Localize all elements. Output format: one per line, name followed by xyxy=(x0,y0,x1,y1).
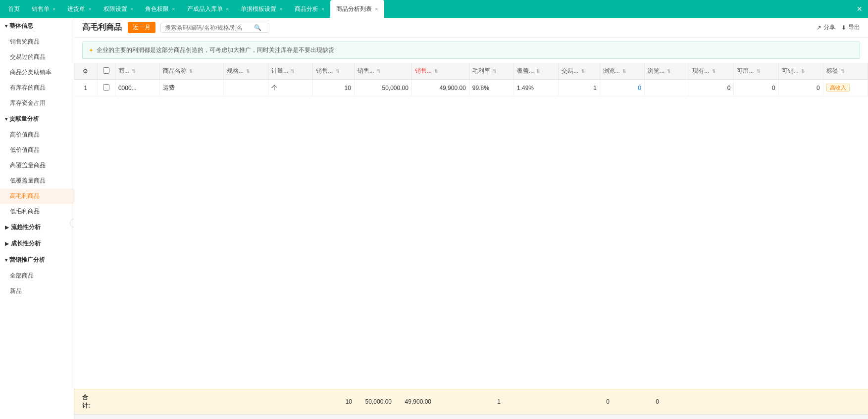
nav-purchase[interactable]: 进货单 × xyxy=(61,0,97,18)
sidebar-item-sales-goods[interactable]: 销售览商品 xyxy=(0,34,74,49)
sort-icon: ⇅ xyxy=(622,69,626,74)
sidebar-group-trend[interactable]: ▶ 流趋性分析 xyxy=(0,219,74,235)
select-all-checkbox[interactable] xyxy=(103,67,109,74)
close-icon[interactable]: × xyxy=(88,6,91,12)
cell-sales-amount: 50,000.00 xyxy=(354,80,411,96)
content-area: 高毛利商品 近一月 🔍 ↗ 分享 ⬇ 导出 ✦ 企业的主要的利润都是这部分 xyxy=(74,18,868,419)
row-checkbox[interactable] xyxy=(103,84,109,91)
share-button[interactable]: ↗ 分享 xyxy=(817,23,835,32)
col-checkbox[interactable] xyxy=(97,63,115,80)
sidebar-item-traded-goods[interactable]: 交易过的商品 xyxy=(0,49,74,65)
cell-sales-profit: 49,900.00 xyxy=(411,80,469,96)
nav-role[interactable]: 角色权限 × xyxy=(139,0,181,18)
nav-goods-analysis[interactable]: 商品分析 × xyxy=(289,0,330,18)
total-cells: 10 50,000.00 49,900.00 1 0 0 xyxy=(102,398,860,405)
nav-template[interactable]: 单据模板设置 × xyxy=(235,0,288,18)
col-gross-margin[interactable]: 毛利率 ⇅ xyxy=(469,63,513,80)
sort-icon: ⇅ xyxy=(841,69,845,74)
col-saleable[interactable]: 可销... ⇅ xyxy=(778,63,823,80)
cell-gross-margin: 99.8% xyxy=(469,80,513,96)
sidebar: 《 ▾ 整体信息 销售览商品 交易过的商品 商品分类助销率 有库存的商品 库存资… xyxy=(0,18,74,419)
nav-production[interactable]: 产成品入库单 × xyxy=(181,0,235,18)
close-icon[interactable]: × xyxy=(172,6,175,12)
search-icon[interactable]: 🔍 xyxy=(254,24,261,31)
cell-views1[interactable]: 0 xyxy=(600,80,644,96)
total-sales-amount: 50,000.00 xyxy=(355,398,395,405)
cell-saleable: 0 xyxy=(778,80,823,96)
sidebar-group-contribution[interactable]: ▾ 贡献量分析 xyxy=(0,111,74,127)
sidebar-item-new-goods[interactable]: 新品 xyxy=(0,283,74,299)
sort-icon: ⇅ xyxy=(336,69,340,74)
total-sales-qty: 10 xyxy=(315,398,355,405)
search-input[interactable] xyxy=(165,24,254,31)
col-trade[interactable]: 交易... ⇅ xyxy=(559,63,600,80)
close-icon[interactable]: × xyxy=(279,6,282,12)
col-name[interactable]: 商品名称 ⇅ xyxy=(160,63,224,80)
close-icon[interactable]: × xyxy=(52,6,55,12)
close-icon[interactable]: × xyxy=(226,6,229,12)
sidebar-item-high-coverage[interactable]: 高覆盖量商品 xyxy=(0,158,74,173)
sidebar-collapse-button[interactable]: 《 xyxy=(70,219,74,228)
views1-link[interactable]: 0 xyxy=(638,85,641,92)
col-unit[interactable]: 计量... ⇅ xyxy=(268,63,313,80)
close-icon[interactable]: × xyxy=(321,6,324,12)
col-sales-profit[interactable]: 销售... ⇅ xyxy=(411,63,469,80)
col-tag[interactable]: 标签 ⇅ xyxy=(823,63,868,80)
content-header: 高毛利商品 近一月 🔍 ↗ 分享 ⬇ 导出 xyxy=(74,18,868,38)
col-code[interactable]: 商... ⇅ xyxy=(115,63,159,80)
col-coverage[interactable]: 覆盖... ⇅ xyxy=(513,63,558,80)
export-icon: ⬇ xyxy=(841,24,846,31)
col-settings[interactable]: ⚙ xyxy=(74,63,97,80)
close-icon[interactable]: × xyxy=(375,6,378,12)
chevron-down-icon: ▾ xyxy=(5,257,7,263)
sidebar-group-growth[interactable]: ▶ 成长性分析 xyxy=(0,235,74,252)
nav-home[interactable]: 首页 xyxy=(2,0,26,18)
total-trade: 1 xyxy=(464,398,504,405)
cell-checkbox[interactable] xyxy=(97,80,115,96)
col-available[interactable]: 可用... ⇅ xyxy=(734,63,778,80)
sidebar-item-category-assist[interactable]: 商品分类助销率 xyxy=(0,65,74,80)
cell-coverage: 1.49% xyxy=(513,80,558,96)
sidebar-item-stocked-goods[interactable]: 有库存的商品 xyxy=(0,80,74,95)
close-icon[interactable]: × xyxy=(130,6,133,12)
page-title: 高毛利商品 xyxy=(82,22,122,33)
total-available: 0 xyxy=(622,398,662,405)
sort-icon: ⇅ xyxy=(132,69,136,74)
share-icon: ↗ xyxy=(817,24,821,31)
cell-index: 1 xyxy=(74,80,97,96)
col-sales-amount[interactable]: 销售... ⇅ xyxy=(354,63,411,80)
cell-trade: 1 xyxy=(559,80,600,96)
export-button[interactable]: ⬇ 导出 xyxy=(841,23,860,32)
sort-icon: ⇅ xyxy=(434,69,438,74)
sidebar-item-low-coverage[interactable]: 低覆盖量商品 xyxy=(0,173,74,188)
chevron-down-icon: ▾ xyxy=(5,23,7,29)
sort-icon: ⇅ xyxy=(536,69,540,74)
col-sales-qty[interactable]: 销售... ⇅ xyxy=(313,63,355,80)
sidebar-item-all-goods[interactable]: 全部商品 xyxy=(0,268,74,283)
nav-sales[interactable]: 销售单 × xyxy=(26,0,61,18)
sidebar-group-marketing[interactable]: ▾ 营销推广分析 xyxy=(0,252,74,268)
nav-goods-analysis-list[interactable]: 商品分析列表 × xyxy=(330,0,384,18)
sidebar-item-high-margin[interactable]: 高毛利商品 xyxy=(0,188,74,204)
tag-badge: 高收入 xyxy=(826,84,850,92)
sort-icon: ⇅ xyxy=(712,69,716,74)
sort-icon: ⇅ xyxy=(189,69,193,74)
nav-permission[interactable]: 权限设置 × xyxy=(98,0,139,18)
sidebar-item-low-value[interactable]: 低价值商品 xyxy=(0,142,74,158)
sidebar-item-low-margin[interactable]: 低毛利商品 xyxy=(0,204,74,219)
window-close-button[interactable]: × xyxy=(853,4,866,14)
filter-button[interactable]: 近一月 xyxy=(128,22,155,33)
col-views1[interactable]: 浏览... ⇅ xyxy=(600,63,644,80)
col-current[interactable]: 现有... ⇅ xyxy=(689,63,734,80)
cell-code: 0000... xyxy=(115,80,159,96)
header-actions: ↗ 分享 ⬇ 导出 xyxy=(817,23,860,32)
sort-icon: ⇅ xyxy=(291,69,295,74)
horizontal-scrollbar[interactable] xyxy=(74,414,868,419)
col-spec[interactable]: 规格... ⇅ xyxy=(223,63,268,80)
sort-icon: ⇅ xyxy=(493,69,497,74)
sidebar-item-stock-capital[interactable]: 库存资金占用 xyxy=(0,95,74,111)
sidebar-item-high-value[interactable]: 高价值商品 xyxy=(0,127,74,142)
sidebar-group-overall[interactable]: ▾ 整体信息 xyxy=(0,18,74,34)
col-views2[interactable]: 浏览... ⇅ xyxy=(645,63,689,80)
cell-sales-qty: 10 xyxy=(313,80,355,96)
